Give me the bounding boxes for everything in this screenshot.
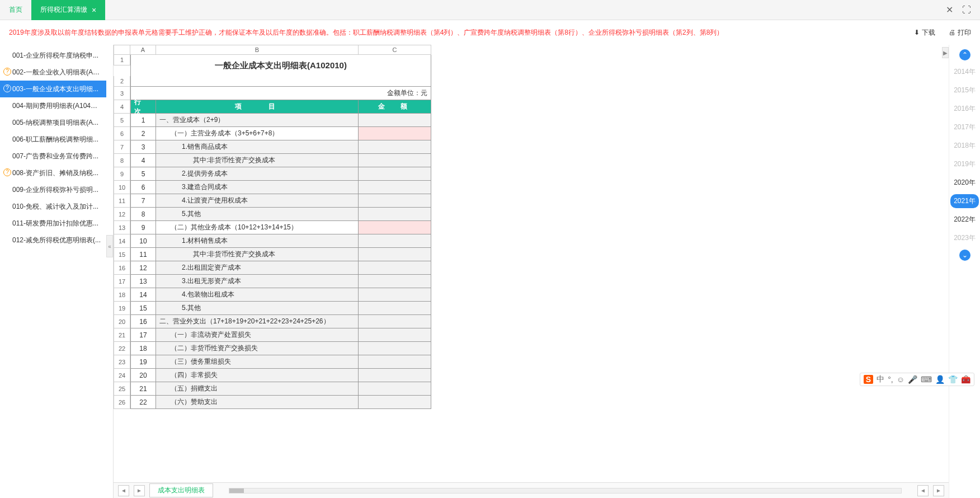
sheet-nav-next[interactable]: ► xyxy=(134,485,145,496)
cell-amount[interactable] xyxy=(359,234,431,248)
sidebar-item-10[interactable]: 011-研发费用加计扣除优惠... xyxy=(0,215,106,232)
cell-amount[interactable] xyxy=(359,382,431,396)
cell-amount[interactable] xyxy=(359,288,431,302)
row-number[interactable]: 9 xyxy=(114,167,130,181)
row-number[interactable]: 17 xyxy=(114,275,130,288)
sidebar-item-3[interactable]: 004-期间费用明细表(A10400... xyxy=(0,97,106,114)
ime-tool-icon[interactable]: 🧰 xyxy=(961,375,970,384)
row-number[interactable]: 19 xyxy=(114,302,130,315)
ime-toolbar[interactable]: S 中 °, ☺ 🎤 ⌨ 👤 👕 🧰 xyxy=(860,373,974,386)
row-number[interactable]: 4 xyxy=(114,100,130,114)
year-scroll-up[interactable]: ⌃ xyxy=(959,49,970,60)
cell-amount[interactable] xyxy=(359,369,431,382)
tab-home[interactable]: 首页 xyxy=(0,0,31,20)
row-number[interactable]: 1 xyxy=(114,55,130,65)
cell-amount[interactable] xyxy=(359,194,431,208)
year-2021年[interactable]: 2021年 xyxy=(950,194,979,208)
sidebar-item-1[interactable]: ?002-一般企业收入明细表(A10... xyxy=(0,64,106,81)
row-number[interactable]: 2 xyxy=(114,76,130,87)
sheet-nav-prev[interactable]: ◄ xyxy=(118,485,129,496)
cell-amount[interactable] xyxy=(359,167,431,181)
cell-amount[interactable] xyxy=(359,355,431,369)
cell-amount[interactable] xyxy=(359,342,431,355)
ime-user-icon[interactable]: 👤 xyxy=(935,375,945,384)
sidebar-item-11[interactable]: 012-减免所得税优惠明细表(... xyxy=(0,232,106,248)
year-2019年: 2019年 xyxy=(950,157,979,171)
ime-skin-icon[interactable]: 👕 xyxy=(948,375,958,384)
row-number[interactable]: 7 xyxy=(114,140,130,154)
sidebar-item-9[interactable]: 010-免税、减计收入及加计... xyxy=(0,198,106,215)
cell-amount[interactable] xyxy=(359,181,431,194)
sheet-tab[interactable]: 成本支出明细表 xyxy=(149,483,213,497)
cell-amount[interactable] xyxy=(359,248,431,261)
sidebar-collapse-handle[interactable]: « xyxy=(106,235,113,257)
window-close-icon[interactable]: ✕ xyxy=(946,4,953,15)
sidebar-item-2[interactable]: ?003-一般企业成本支出明细... xyxy=(0,81,106,97)
cell-amount[interactable] xyxy=(359,140,431,154)
column-header[interactable]: A xyxy=(130,45,156,55)
ime-punct-icon[interactable]: °, xyxy=(888,375,893,384)
cell-amount[interactable] xyxy=(359,396,431,409)
row-number[interactable]: 8 xyxy=(114,154,130,167)
cell-amount[interactable] xyxy=(359,221,431,234)
year-scroll-down[interactable]: ⌄ xyxy=(959,250,970,261)
horizontal-scrollbar[interactable] xyxy=(229,488,902,494)
right-panel-expand[interactable]: ▶ xyxy=(942,47,949,58)
cell-amount[interactable] xyxy=(359,261,431,275)
cell-item: （一）非流动资产处置损失 xyxy=(156,328,359,342)
cell-rownum: 3 xyxy=(130,140,156,154)
sidebar-item-5[interactable]: 006-职工薪酬纳税调整明细... xyxy=(0,131,106,148)
sidebar-item-0[interactable]: 001-企业所得税年度纳税申... xyxy=(0,47,106,64)
ime-keyboard-icon[interactable]: ⌨ xyxy=(921,375,932,384)
ime-emoji-icon[interactable]: ☺ xyxy=(897,375,904,384)
cell-amount[interactable] xyxy=(359,127,431,140)
row-number[interactable]: 11 xyxy=(114,194,130,208)
sheet-nav-right[interactable]: ► xyxy=(933,485,944,496)
year-2022年[interactable]: 2022年 xyxy=(950,213,979,227)
fullscreen-icon[interactable]: ⛶ xyxy=(962,5,971,15)
column-header[interactable] xyxy=(114,45,130,55)
row-number[interactable]: 26 xyxy=(114,396,130,409)
row-number[interactable]: 18 xyxy=(114,288,130,302)
row-number[interactable]: 14 xyxy=(114,234,130,248)
row-number[interactable]: 22 xyxy=(114,342,130,355)
row-number[interactable]: 20 xyxy=(114,315,130,328)
cell-amount[interactable] xyxy=(359,315,431,328)
cell-amount[interactable] xyxy=(359,154,431,167)
cell-amount[interactable] xyxy=(359,114,431,127)
tab-active[interactable]: 所得税汇算清缴 × xyxy=(31,0,105,20)
row-number[interactable]: 24 xyxy=(114,369,130,382)
sidebar-item-7[interactable]: ?008-资产折旧、摊销及纳税... xyxy=(0,165,106,181)
cell-rownum: 17 xyxy=(130,328,156,342)
sidebar-item-6[interactable]: 007-广告费和业务宣传费跨... xyxy=(0,148,106,165)
ime-lang[interactable]: 中 xyxy=(877,374,884,384)
row-number[interactable]: 6 xyxy=(114,127,130,140)
row-number[interactable]: 23 xyxy=(114,355,130,369)
row-number[interactable]: 21 xyxy=(114,328,130,342)
column-header[interactable]: C xyxy=(359,45,431,55)
cell-rownum: 21 xyxy=(130,382,156,396)
column-header[interactable]: B xyxy=(156,45,359,55)
sidebar-item-4[interactable]: 005-纳税调整项目明细表(A... xyxy=(0,114,106,131)
close-icon[interactable]: × xyxy=(92,6,96,15)
row-number[interactable]: 16 xyxy=(114,261,130,275)
sheet-nav-left[interactable]: ◄ xyxy=(917,485,929,496)
cell-amount[interactable] xyxy=(359,302,431,315)
cell-amount[interactable] xyxy=(359,275,431,288)
cell-amount[interactable] xyxy=(359,208,431,221)
row-number[interactable]: 3 xyxy=(114,87,130,100)
row-number[interactable]: 12 xyxy=(114,208,130,221)
year-2020年[interactable]: 2020年 xyxy=(950,176,979,190)
sheet-area: ABC1一般企业成本支出明细表(A102010)23金额单位：元4行次项 目金 … xyxy=(113,45,949,498)
cell-amount[interactable] xyxy=(359,328,431,342)
row-number[interactable]: 5 xyxy=(114,114,130,127)
row-number[interactable]: 10 xyxy=(114,181,130,194)
row-number[interactable]: 15 xyxy=(114,248,130,261)
cell-rownum: 12 xyxy=(130,261,156,275)
download-button[interactable]: ⬇ 下载 xyxy=(914,28,935,37)
sidebar-item-8[interactable]: 009-企业所得税弥补亏损明... xyxy=(0,181,106,198)
row-number[interactable]: 13 xyxy=(114,221,130,234)
row-number[interactable]: 25 xyxy=(114,382,130,396)
ime-mic-icon[interactable]: 🎤 xyxy=(908,375,917,384)
print-button[interactable]: 🖨 打印 xyxy=(949,28,971,37)
